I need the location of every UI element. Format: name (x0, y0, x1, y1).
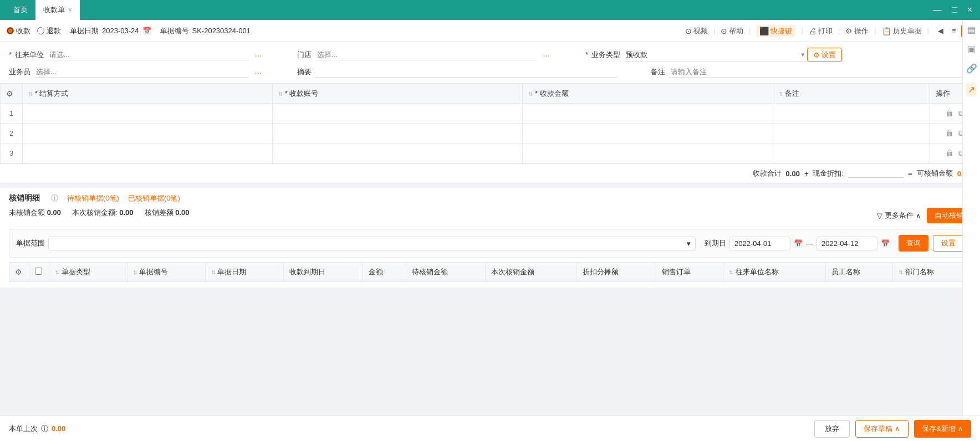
row-account-2[interactable] (273, 124, 523, 143)
save-new-button[interactable]: 保存&新增 ∧ (914, 420, 971, 438)
store-more-button[interactable]: ··· (540, 50, 552, 60)
sidebar-link-icon[interactable]: 🔗 (966, 63, 977, 74)
row-num-1: 1 (1, 104, 23, 124)
nav-home[interactable]: 首页 (6, 0, 35, 20)
bottom-col-staff-header: 员工名称 (825, 263, 893, 282)
save-draft-button[interactable]: 保存草稿 ∧ (855, 420, 908, 438)
nav-tab-shoukudan[interactable]: 收款单 × (35, 0, 80, 20)
equals-sign: = (908, 170, 912, 178)
plus-sign: + (804, 170, 809, 178)
top-navigation: 首页 收款单 × — □ × (0, 0, 980, 20)
delete-row-3-icon[interactable]: 🗑 (946, 148, 953, 157)
divider3: | (801, 27, 803, 35)
row-settlement-2[interactable] (23, 124, 273, 143)
staff-field: 业务员 ··· (9, 66, 264, 78)
row-remark-2[interactable] (773, 124, 930, 143)
table-row: 2 🗑 ⧉ (1, 124, 980, 143)
date-from-input[interactable] (729, 237, 790, 250)
row-account-3[interactable] (273, 143, 523, 163)
date-to-input[interactable] (816, 237, 877, 250)
pending-tab[interactable]: 待核销单据(0笔) (67, 193, 119, 203)
counterpart-more-button[interactable]: ··· (252, 50, 264, 60)
row-amount-3[interactable] (523, 143, 773, 163)
date-from-calendar-icon[interactable]: 📅 (794, 239, 803, 248)
due-date-field: 到期日 📅 — 📅 (705, 237, 890, 250)
query-button[interactable]: 查询 (899, 235, 928, 252)
shortcut-button[interactable]: ⬛ 快捷键 (756, 25, 795, 37)
operation-button[interactable]: ⚙ 操作 (845, 26, 869, 36)
date-calendar-icon[interactable]: 📅 (142, 27, 151, 35)
close-tab-icon[interactable]: × (68, 6, 72, 14)
page-footer: 本单上次 ⓘ 0.00 放弃 保存草稿 ∧ 保存&新增 ∧ (0, 416, 980, 441)
toolbar-right-actions: ⊙ 视频 | ⊙ 帮助 | ⬛ 快捷键 | 🖨 打印 | ⚙ 操作 | 📋 历史… (685, 25, 973, 37)
divider6: | (927, 27, 929, 35)
delete-row-2-icon[interactable]: 🗑 (946, 129, 953, 137)
divider5: | (874, 27, 876, 35)
radio-tuikuan[interactable]: 退款 (37, 26, 61, 36)
counterpart-input[interactable] (47, 49, 249, 60)
divider1: | (713, 27, 715, 35)
sidebar-table-icon[interactable]: ▤ (967, 24, 976, 35)
table-settings-icon[interactable]: ⚙ (6, 89, 13, 98)
history-icon: 📋 (882, 27, 891, 35)
row-amount-1[interactable] (523, 104, 773, 124)
current-value: 0.00 (52, 424, 65, 433)
range-select[interactable]: ▾ (48, 237, 696, 250)
settings-button[interactable]: ⚙ 设置 (807, 48, 842, 62)
right-sidebar: ▤ ▣ 🔗 ↗ (962, 20, 980, 441)
select-all-checkbox[interactable] (35, 268, 42, 275)
radio-shoukuan[interactable]: 收款 (7, 26, 30, 36)
divider4: | (838, 27, 840, 35)
video-button[interactable]: ⊙ 视频 (685, 26, 708, 36)
layout-prev-icon[interactable]: ◀ (935, 25, 947, 37)
operation-icon: ⚙ (845, 27, 853, 35)
minimize-button[interactable]: — (931, 5, 944, 15)
window-close-button[interactable]: × (965, 5, 974, 15)
discard-button[interactable]: 放弃 (814, 420, 850, 438)
sidebar-grid-icon[interactable]: ▣ (967, 44, 976, 54)
main-scroll-area[interactable]: * 往来单位 ··· 门店 ··· * 业务类型 预收款 ▾ (0, 42, 980, 416)
counterpart-label: * 往来单位 (9, 50, 44, 60)
row-settlement-3[interactable] (23, 143, 273, 163)
receipt-table-section: ⚙ ⇅ * 结算方式 ⇅ * 收款账号 ⇅ * 收款 (0, 84, 980, 164)
row-remark-3[interactable] (773, 143, 930, 163)
staff-more-button[interactable]: ··· (252, 68, 264, 77)
verif-settings-button[interactable]: 设置 (933, 235, 964, 252)
maximize-button[interactable]: □ (950, 5, 959, 15)
staff-input[interactable] (34, 66, 249, 78)
col-account-header: ⇅ * 收款账号 (273, 84, 523, 104)
print-button[interactable]: 🖨 打印 (809, 26, 833, 36)
store-input[interactable] (315, 49, 537, 60)
done-tab[interactable]: 已核销单据(0笔) (128, 193, 180, 203)
remark-field: 备注 (651, 66, 971, 78)
layout-list-icon[interactable]: ≡ (948, 25, 960, 37)
row-settlement-1[interactable] (23, 104, 273, 124)
business-type-select[interactable]: 预收款 ▾ (624, 49, 807, 61)
col-gear: ⚙ (1, 84, 23, 104)
more-conditions-button[interactable]: ▽ 更多条件 ∧ (877, 211, 921, 221)
range-caret-icon: ▾ (687, 239, 691, 248)
range-field: 单据范围 ▾ (16, 237, 696, 250)
remark-label: 备注 (651, 67, 665, 77)
history-button[interactable]: 📋 历史单据 (882, 26, 922, 36)
verif-info-icon: ⓘ (51, 193, 58, 203)
available-label: 可核销金额 (917, 168, 953, 178)
row-amount-2[interactable] (523, 124, 773, 143)
delete-row-1-icon[interactable]: 🗑 (946, 109, 953, 117)
summary-input[interactable] (315, 66, 617, 78)
save-new-caret-icon: ∧ (958, 424, 963, 433)
sidebar-arrow-icon[interactable]: ↗ (966, 83, 977, 96)
footer-actions: 放弃 保存草稿 ∧ 保存&新增 ∧ (814, 420, 971, 438)
bottom-col-counterpart-header: ⇅ 往来单位名称 (723, 263, 825, 282)
bottom-table-settings-icon[interactable]: ⚙ (15, 268, 22, 276)
row-account-1[interactable] (273, 104, 523, 124)
row-num-2: 2 (1, 124, 23, 143)
row-remark-1[interactable] (773, 104, 930, 124)
total-value: 0.00 (786, 170, 800, 178)
help-button[interactable]: ⊙ 帮助 (721, 26, 743, 36)
number-field-group: 单据编号 SK-20230324-001 (160, 26, 251, 36)
discount-input[interactable] (848, 169, 904, 178)
date-to-calendar-icon[interactable]: 📅 (881, 239, 890, 248)
video-icon: ⊙ (685, 27, 692, 35)
remark-input[interactable] (668, 66, 971, 78)
